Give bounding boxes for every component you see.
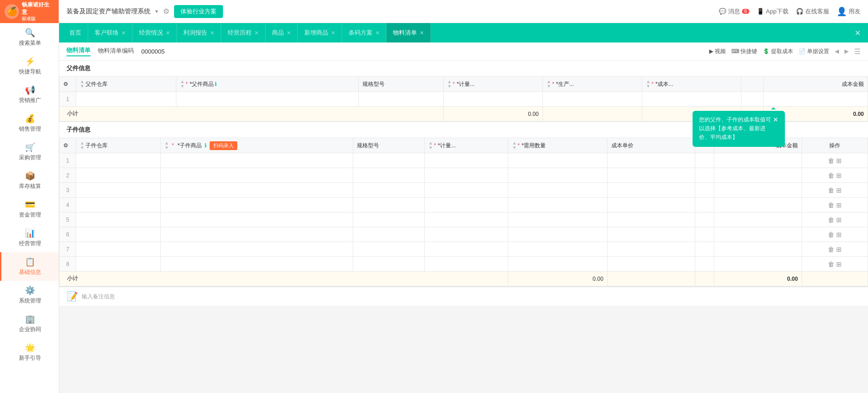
parent-row-1: 1 — [60, 92, 868, 107]
close-tab-operations[interactable]: ✕ — [166, 30, 170, 36]
dropdown-icon[interactable]: ▾ — [155, 8, 158, 15]
sub-tab-bom-code-label: 物料清单编码 — [98, 47, 134, 56]
parent-section-title: 父件信息 — [59, 60, 868, 76]
nav-prev-icon[interactable]: ◀ — [835, 48, 839, 54]
sidebar-item-sales[interactable]: 💰 销售管理 — [0, 109, 59, 138]
sidebar-item-marketing[interactable]: 📢 营销推广 — [0, 80, 59, 109]
delete-icon-6[interactable]: 🗑 — [828, 231, 834, 238]
close-tab-barcode[interactable]: ✕ — [375, 30, 380, 36]
nav-next-icon[interactable]: ▶ — [844, 48, 849, 54]
star-icon: 🌟 — [25, 343, 35, 353]
close-tab-history[interactable]: ✕ — [254, 30, 259, 36]
trial-btn[interactable]: 体验行业方案 — [174, 5, 223, 18]
tab-operations[interactable]: 经营情况 ✕ — [133, 23, 177, 42]
sidebar-item-system[interactable]: ⚙️ 系统管理 — [0, 281, 59, 309]
sidebar-item-finance[interactable]: 💳 资金管理 — [0, 195, 59, 224]
sidebar-item-quick-nav[interactable]: ⚡ 快捷导航 — [0, 52, 59, 80]
sidebar-item-search[interactable]: 🔍 搜索菜单 — [0, 23, 59, 52]
user-item[interactable]: 👤 用友 — [837, 6, 861, 17]
parent-unit-1[interactable] — [443, 92, 542, 107]
child-spec-1[interactable] — [353, 153, 425, 168]
message-item[interactable]: 💬 消息 6 — [719, 7, 749, 16]
child-unit-cost-1[interactable] — [607, 153, 695, 168]
doc-settings-action[interactable]: 📄 单据设置 — [799, 48, 829, 55]
child-unit-2[interactable] — [424, 168, 508, 183]
parent-warehouse-1[interactable] — [76, 92, 176, 107]
user-icon: 👤 — [837, 6, 847, 17]
delete-icon-4[interactable]: 🗑 — [828, 201, 834, 209]
child-warehouse-1[interactable] — [76, 153, 161, 168]
headset-icon: 🎧 — [796, 8, 803, 15]
close-tab-profit[interactable]: ✕ — [210, 30, 214, 36]
tab-goods[interactable]: 商品 ✕ — [265, 23, 298, 42]
parent-production-1[interactable] — [542, 92, 642, 107]
child-product-1[interactable] — [161, 153, 353, 168]
tab-profit[interactable]: 利润报告 ✕ — [177, 23, 221, 42]
tab-bom[interactable]: 物料清单 ✕ — [386, 23, 431, 42]
close-all-icon[interactable]: ✕ — [851, 29, 864, 37]
parent-product-1[interactable] — [176, 92, 359, 107]
child-product-2[interactable] — [161, 168, 353, 183]
doc-number: 0000005 — [141, 48, 165, 55]
delete-icon-7[interactable]: 🗑 — [828, 246, 834, 253]
delete-icon-5[interactable]: 🗑 — [828, 216, 834, 224]
copy-icon-8[interactable]: ⊞ — [836, 260, 842, 268]
tab-history[interactable]: 经营历程 ✕ — [221, 23, 265, 42]
tooltip-close-icon[interactable]: ✕ — [773, 115, 778, 125]
tab-add-goods[interactable]: 新增商品 ✕ — [298, 23, 342, 42]
parent-cost-1[interactable] — [642, 92, 741, 107]
search-icon: 🔍 — [25, 28, 35, 38]
sidebar-item-guide[interactable]: 🌟 新手引导 — [0, 338, 59, 367]
copy-icon-3[interactable]: ⊞ — [836, 187, 842, 194]
child-row-7: 7 🗑 ⊞ — [60, 242, 868, 257]
close-tab-goods[interactable]: ✕ — [287, 30, 291, 36]
app-download-item[interactable]: 📱 App下载 — [757, 7, 789, 16]
message-icon: 💬 — [719, 8, 726, 15]
video-action[interactable]: ▶ 视频 — [709, 48, 726, 55]
child-unit-1[interactable] — [424, 153, 508, 168]
copy-icon-7[interactable]: ⊞ — [836, 246, 842, 253]
close-tab-customer[interactable]: ✕ — [121, 30, 126, 36]
sidebar-nav: 🔍 搜索菜单 ⚡ 快捷导航 📢 营销推广 💰 销售管理 🛒 采购管理 📦 库存核… — [0, 23, 59, 393]
delete-icon-2[interactable]: 🗑 — [828, 172, 834, 179]
copy-icon-1[interactable]: ⊞ — [836, 157, 842, 164]
online-service-item[interactable]: 🎧 在线客服 — [796, 7, 829, 16]
building-icon: 🏢 — [25, 314, 35, 324]
copy-icon-2[interactable]: ⊞ — [836, 172, 842, 179]
shortcut-action[interactable]: ⌨ 快捷键 — [731, 48, 757, 55]
parent-spec-1[interactable] — [359, 92, 443, 107]
copy-icon-4[interactable]: ⊞ — [836, 201, 842, 209]
box-icon: 📦 — [25, 171, 35, 181]
settings-icon[interactable]: ⚙ — [163, 7, 169, 16]
close-tab-bom[interactable]: ✕ — [420, 30, 424, 36]
close-tab-add-goods[interactable]: ✕ — [331, 30, 335, 36]
doc-icon: 📄 — [799, 48, 806, 54]
sidebar-item-enterprise[interactable]: 🏢 企业协同 — [0, 309, 59, 338]
delete-icon-3[interactable]: 🗑 — [828, 187, 834, 194]
copy-icon-5[interactable]: ⊞ — [836, 216, 842, 224]
sidebar-item-purchase[interactable]: 🛒 采购管理 — [0, 138, 59, 166]
child-spec-2[interactable] — [353, 168, 425, 183]
child-warehouse-2[interactable] — [76, 168, 161, 183]
copy-icon-6[interactable]: ⊞ — [836, 231, 842, 238]
scan-btn[interactable]: 扫码录入 — [210, 141, 237, 150]
child-unit-cost-2[interactable] — [607, 168, 695, 183]
sidebar-item-inventory[interactable]: 📦 库存核算 — [0, 166, 59, 195]
extract-cost-action[interactable]: 💲 提取成本 — [763, 48, 793, 55]
list-view-icon[interactable]: ☰ — [854, 47, 861, 56]
parent-subtotal-qty: 0.00 — [443, 107, 542, 121]
note-placeholder[interactable]: 输入备注信息 — [82, 293, 115, 301]
child-qty-2[interactable] — [508, 168, 608, 183]
delete-icon-8[interactable]: 🗑 — [828, 260, 834, 268]
th-parent-gear[interactable]: ⚙ — [60, 77, 76, 92]
card-icon: 💳 — [25, 200, 35, 210]
tab-home[interactable]: 首页 — [63, 23, 88, 42]
tab-barcode[interactable]: 条码方案 ✕ — [342, 23, 386, 42]
tab-customer[interactable]: 客户联络 ✕ — [88, 23, 133, 42]
sidebar-item-basic-info[interactable]: 📋 基础信息 — [0, 252, 59, 281]
delete-icon-1[interactable]: 🗑 — [828, 157, 834, 164]
sub-tab-bom[interactable]: 物料清单 — [66, 46, 90, 56]
child-qty-1[interactable] — [508, 153, 608, 168]
sidebar-item-operations[interactable]: 📊 经营管理 — [0, 224, 59, 252]
th-child-gear[interactable]: ⚙ — [60, 138, 76, 153]
